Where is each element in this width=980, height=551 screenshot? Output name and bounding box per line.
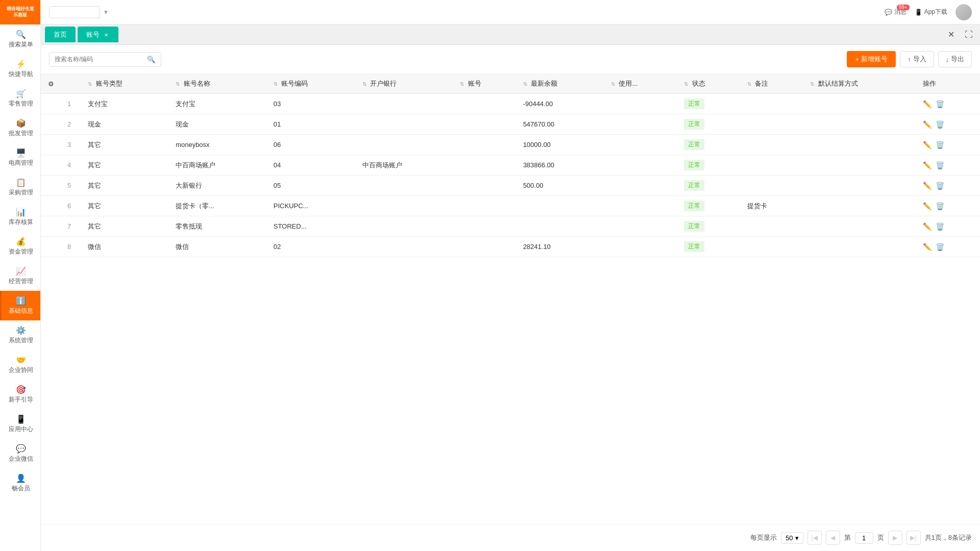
edit-icon-1[interactable]: ✏️ — [923, 120, 932, 129]
td-action-7: ✏️ 🗑️ — [917, 237, 980, 257]
td-num-3: 4 — [61, 155, 82, 176]
edit-icon-2[interactable]: ✏️ — [923, 141, 932, 149]
sidebar-item-system[interactable]: ⚙️ 系统管理 — [0, 320, 40, 350]
import-button[interactable]: ↑ 导入 — [900, 51, 934, 67]
sidebar-item-operations-label: 经营管理 — [9, 277, 33, 286]
sidebar-item-member[interactable]: 👤 畅会员 — [0, 468, 40, 498]
page-next-button[interactable]: ▶ — [888, 531, 902, 545]
td-status-7: 正常 — [678, 237, 741, 257]
tab-fullscreen-button[interactable]: ⛶ — [962, 29, 976, 40]
td-bank-2 — [356, 135, 454, 155]
delete-icon-5[interactable]: 🗑️ — [936, 202, 944, 210]
tab-close-all-button[interactable]: ✕ — [945, 29, 958, 40]
message-button[interactable]: 💬 消息 99+ — [885, 8, 906, 16]
page-size-select[interactable]: 50 ▾ — [781, 532, 803, 544]
add-account-button[interactable]: + 新增账号 — [847, 51, 896, 67]
td-remark-4 — [741, 176, 804, 196]
th-status[interactable]: ⇅ 状态 — [678, 74, 741, 94]
enterprise-icon: 🤝 — [16, 355, 26, 365]
per-page-label: 每页显示 — [750, 533, 777, 542]
sidebar-item-operations[interactable]: 📈 经营管理 — [0, 261, 40, 291]
sort-remark-icon: ⇅ — [747, 81, 751, 87]
page-first-button[interactable]: |◀ — [807, 531, 822, 545]
edit-icon-0[interactable]: ✏️ — [923, 100, 932, 108]
header-search-input[interactable] — [49, 6, 100, 18]
th-default-payment[interactable]: ⇅ 默认结算方式 — [804, 74, 917, 94]
th-remark[interactable]: ⇅ 备注 — [741, 74, 804, 94]
td-settings-3 — [41, 155, 61, 176]
delete-icon-3[interactable]: 🗑️ — [936, 161, 944, 169]
sidebar-item-retail[interactable]: 🛒 零售管理 — [0, 84, 40, 113]
td-balance-3: 383866.00 — [517, 155, 605, 176]
enterprise-wechat-icon: 💬 — [16, 444, 26, 454]
td-num-2: 3 — [61, 135, 82, 155]
sidebar-item-enterprise-wechat[interactable]: 💬 企业微信 — [0, 439, 40, 468]
export-button[interactable]: ↓ 导出 — [938, 51, 972, 67]
search-button[interactable]: 🔍 — [142, 53, 161, 66]
tab-account-close[interactable]: ✕ — [103, 31, 110, 38]
sidebar-item-finance[interactable]: 💰 资金管理 — [0, 232, 40, 261]
sidebar-item-enterprise-wechat-label: 企业微信 — [9, 455, 33, 463]
td-bank-1 — [356, 114, 454, 135]
user-avatar[interactable] — [955, 4, 972, 20]
sidebar-item-wholesale-label: 批发管理 — [9, 129, 33, 138]
sidebar-item-wholesale[interactable]: 📦 批发管理 — [0, 113, 40, 143]
td-num-5: 6 — [61, 196, 82, 216]
th-type-label: 账号类型 — [96, 80, 122, 87]
sidebar-item-purchase[interactable]: 📋 采购管理 — [0, 172, 40, 202]
td-num-6: 7 — [61, 216, 82, 237]
page-label2: 页 — [877, 533, 884, 542]
delete-icon-7[interactable]: 🗑️ — [936, 243, 944, 251]
td-status-6: 正常 — [678, 216, 741, 237]
purchase-icon: 📋 — [16, 178, 26, 187]
sidebar-item-basic-info[interactable]: ℹ️ 基础信息 — [0, 291, 40, 320]
td-usage-6 — [605, 216, 678, 237]
th-bank[interactable]: ⇅ 开户银行 — [356, 74, 454, 94]
td-bank-3: 中百商场账户 — [356, 155, 454, 176]
td-num-4: 5 — [61, 176, 82, 196]
app-download-button[interactable]: 📱 App下载 — [915, 8, 947, 16]
edit-icon-3[interactable]: ✏️ — [923, 161, 932, 169]
td-default-payment-5 — [804, 196, 917, 216]
edit-icon-5[interactable]: ✏️ — [923, 202, 932, 210]
delete-icon-4[interactable]: 🗑️ — [936, 182, 944, 190]
sidebar-item-app-center[interactable]: 📱 应用中心 — [0, 409, 40, 439]
page-last-button[interactable]: ▶| — [906, 531, 921, 545]
account-search-input[interactable] — [50, 53, 142, 66]
delete-icon-0[interactable]: 🗑️ — [936, 100, 944, 108]
sidebar-item-inventory[interactable]: 📊 库存核算 — [0, 202, 40, 232]
edit-icon-7[interactable]: ✏️ — [923, 243, 932, 251]
toolbar-buttons: + 新增账号 ↑ 导入 ↓ 导出 — [847, 51, 972, 67]
th-status-label: 状态 — [692, 80, 705, 87]
th-account[interactable]: ⇅ 账号 — [454, 74, 517, 94]
status-badge-3: 正常 — [684, 160, 704, 170]
settings-icon: ⚙ — [48, 80, 54, 88]
tab-account[interactable]: 账号 ✕ — [78, 27, 118, 42]
th-usage[interactable]: ⇅ 使用... — [605, 74, 678, 94]
page-prev-button[interactable]: ◀ — [826, 531, 840, 545]
th-code[interactable]: ⇅ 账号编码 — [267, 74, 356, 94]
sidebar-item-search[interactable]: 🔍 搜索菜单 — [0, 24, 40, 54]
th-balance[interactable]: ⇅ 最新余额 — [517, 74, 605, 94]
sidebar-item-guide[interactable]: 🎯 新手引导 — [0, 380, 40, 409]
td-account-0 — [454, 94, 517, 114]
message-badge: 99+ — [897, 5, 910, 10]
td-usage-5 — [605, 196, 678, 216]
tab-home[interactable]: 首页 — [45, 27, 76, 42]
sidebar-item-enterprise[interactable]: 🤝 企业协同 — [0, 350, 40, 380]
sidebar-item-ecommerce[interactable]: 🖥️ 电商管理 — [0, 143, 40, 172]
td-settings-5 — [41, 196, 61, 216]
td-remark-6 — [741, 216, 804, 237]
th-settings[interactable]: ⚙ — [41, 74, 61, 94]
th-name[interactable]: ⇅ 账号名称 — [169, 74, 267, 94]
td-default-payment-6 — [804, 216, 917, 237]
edit-icon-4[interactable]: ✏️ — [923, 182, 932, 190]
page-number-input[interactable] — [855, 532, 873, 544]
delete-icon-6[interactable]: 🗑️ — [936, 222, 944, 231]
edit-icon-6[interactable]: ✏️ — [923, 222, 932, 231]
delete-icon-1[interactable]: 🗑️ — [936, 120, 944, 129]
th-type[interactable]: ⇅ 账号类型 — [82, 74, 169, 94]
td-type-1: 现金 — [82, 114, 169, 135]
delete-icon-2[interactable]: 🗑️ — [936, 141, 944, 149]
sidebar-item-quick-nav[interactable]: ⚡ 快捷导航 — [0, 54, 40, 84]
